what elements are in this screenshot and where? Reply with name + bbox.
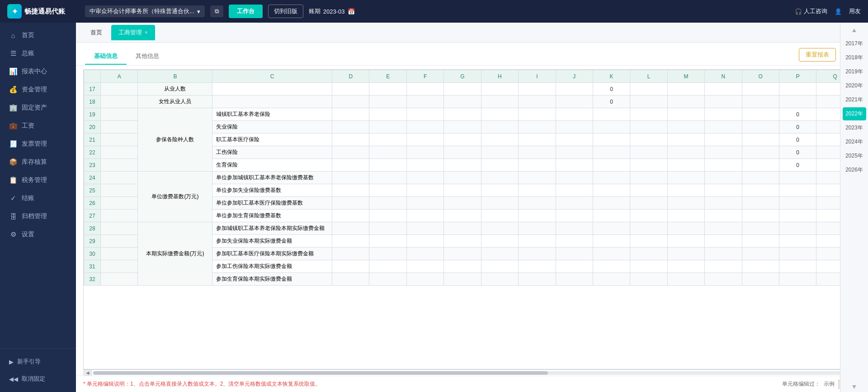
cell-g[interactable]	[444, 273, 481, 286]
cell-a[interactable]	[101, 260, 138, 273]
cell-o[interactable]	[742, 172, 779, 184]
cell-c[interactable]: 参加职工基本医疗保险本期实际缴费金额	[212, 248, 332, 260]
cell-k[interactable]	[593, 159, 630, 172]
cell-m[interactable]	[667, 273, 704, 286]
cell-p[interactable]	[779, 96, 816, 108]
cell-f[interactable]	[406, 260, 443, 273]
cell-l[interactable]	[630, 121, 667, 134]
cell-c[interactable]: 工伤保险	[212, 146, 332, 159]
year-item[interactable]: 2026年	[843, 163, 866, 177]
cell-m[interactable]	[667, 248, 704, 260]
cell-a[interactable]	[101, 159, 138, 172]
cell-p[interactable]	[779, 210, 816, 222]
cell-p[interactable]	[779, 248, 816, 260]
sidebar-item-home[interactable]: ⌂ 首页	[0, 26, 76, 44]
cell-m[interactable]	[667, 172, 704, 184]
cell-k[interactable]	[593, 248, 630, 260]
cell-a[interactable]	[101, 184, 138, 197]
cell-c[interactable]: 单位参加城镇职工基本养老保险缴费基数	[212, 172, 332, 184]
cell-i[interactable]	[519, 248, 556, 260]
cell-h[interactable]	[481, 96, 518, 108]
cell-n[interactable]	[705, 83, 742, 96]
cell-o[interactable]	[742, 235, 779, 248]
cell-d[interactable]	[332, 121, 369, 134]
cell-b[interactable]: 单位缴费基数(万元)	[138, 172, 212, 222]
cell-g[interactable]	[444, 172, 481, 184]
cell-o[interactable]	[742, 96, 779, 108]
new-guide[interactable]: ▶ 新手引导	[0, 353, 76, 370]
cell-c[interactable]: 单位参加职工基本医疗保险缴费基数	[212, 197, 332, 210]
cell-e[interactable]	[369, 210, 406, 222]
cell-d[interactable]	[332, 184, 369, 197]
cell-i[interactable]	[519, 184, 556, 197]
cell-e[interactable]	[369, 134, 406, 146]
cell-l[interactable]	[630, 108, 667, 121]
year-panel-down[interactable]: ▼	[845, 381, 863, 392]
cell-i[interactable]	[519, 134, 556, 146]
cell-l[interactable]	[630, 159, 667, 172]
cell-n[interactable]	[705, 146, 742, 159]
cell-e[interactable]	[369, 184, 406, 197]
cell-n[interactable]	[705, 273, 742, 286]
cell-d[interactable]	[332, 235, 369, 248]
spreadsheet-inner[interactable]: A B C D E F G H I J K L	[84, 70, 854, 369]
tab-basic-info[interactable]: 基础信息	[85, 48, 127, 65]
cell-n[interactable]	[705, 172, 742, 184]
cell-k[interactable]	[593, 134, 630, 146]
cell-p[interactable]: 0	[779, 134, 816, 146]
cell-a[interactable]	[101, 121, 138, 134]
cell-k[interactable]	[593, 172, 630, 184]
calendar-icon[interactable]: 📅	[348, 8, 355, 15]
cell-b[interactable]: 从业人数	[138, 83, 212, 96]
cell-c[interactable]: 参加生育保险本期实际缴费金额	[212, 273, 332, 286]
cell-k[interactable]	[593, 121, 630, 134]
cell-h[interactable]	[481, 273, 518, 286]
sidebar-item-invoices[interactable]: 🧾 发票管理	[0, 135, 76, 153]
cell-o[interactable]	[742, 108, 779, 121]
cell-k[interactable]	[593, 197, 630, 210]
cell-l[interactable]	[630, 197, 667, 210]
cell-l[interactable]	[630, 96, 667, 108]
cell-d[interactable]	[332, 96, 369, 108]
cell-g[interactable]	[444, 83, 481, 96]
cell-a[interactable]	[101, 83, 138, 96]
cell-j[interactable]	[556, 121, 593, 134]
year-panel-up[interactable]: ▲	[845, 24, 863, 35]
cell-m[interactable]	[667, 134, 704, 146]
sidebar-item-tax[interactable]: 📋 税务管理	[0, 171, 76, 189]
cell-g[interactable]	[444, 108, 481, 121]
cell-l[interactable]	[630, 146, 667, 159]
cell-i[interactable]	[519, 83, 556, 96]
cell-a[interactable]	[101, 146, 138, 159]
cell-h[interactable]	[481, 83, 518, 96]
cell-d[interactable]	[332, 108, 369, 121]
cell-j[interactable]	[556, 159, 593, 172]
cell-f[interactable]	[406, 235, 443, 248]
cell-p[interactable]	[779, 260, 816, 273]
cell-j[interactable]	[556, 83, 593, 96]
cell-d[interactable]	[332, 260, 369, 273]
cell-f[interactable]	[406, 184, 443, 197]
year-item[interactable]: 2019年	[843, 65, 866, 78]
reset-report-button[interactable]: 重置报表	[799, 48, 836, 62]
cell-l[interactable]	[630, 222, 667, 235]
cell-o[interactable]	[742, 273, 779, 286]
cell-i[interactable]	[519, 222, 556, 235]
cell-f[interactable]	[406, 146, 443, 159]
cell-o[interactable]	[742, 184, 779, 197]
ai-service[interactable]: 🎧 人工咨询	[795, 7, 827, 15]
cell-i[interactable]	[519, 121, 556, 134]
cell-o[interactable]	[742, 121, 779, 134]
cell-c[interactable]: 单位参加生育保险缴费基数	[212, 210, 332, 222]
sidebar-item-closing[interactable]: ✓ 结账	[0, 189, 76, 207]
cell-e[interactable]	[369, 108, 406, 121]
cell-l[interactable]	[630, 248, 667, 260]
cell-l[interactable]	[630, 235, 667, 248]
cell-l[interactable]	[630, 210, 667, 222]
cell-i[interactable]	[519, 159, 556, 172]
cell-i[interactable]	[519, 146, 556, 159]
cell-f[interactable]	[406, 121, 443, 134]
cell-l[interactable]	[630, 134, 667, 146]
cell-n[interactable]	[705, 134, 742, 146]
cell-j[interactable]	[556, 197, 593, 210]
